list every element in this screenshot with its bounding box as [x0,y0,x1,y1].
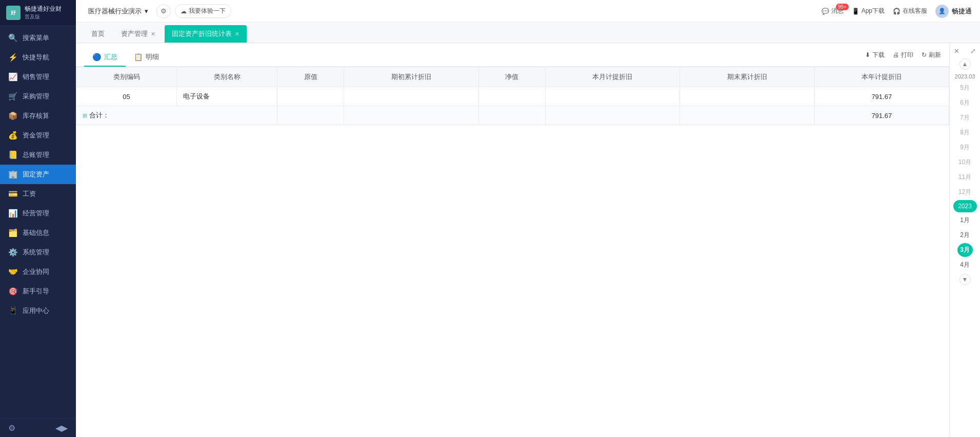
col-initial-dep: 期初累计折旧 [344,67,478,87]
cell-ending-dep [680,87,814,106]
sidebar-item-inventory[interactable]: 📦库存核算 [0,106,76,126]
date-month-6[interactable]: 6月 [953,96,977,110]
user-avatar: 👤 [935,5,949,18]
online-service-action[interactable]: 🎧 在线客服 [893,7,927,15]
date-month-7[interactable]: 7月 [953,111,977,125]
print-label: 打印 [901,50,913,59]
sidebar-item-finance[interactable]: 💰资金管理 [0,126,76,145]
sidebar-item-label: 新手引导 [23,287,49,296]
sidebar-item-label: 资金管理 [23,131,49,140]
table-header-row: 类别编码 类别名称 原值 期初累计折旧 净值 本月计提折旧 期末累计折旧 本年计… [76,67,949,87]
tab-fixed-asset-depreciation[interactable]: 固定资产折旧统计表✕ [165,25,247,43]
sidebar-item-sales[interactable]: 📈销售管理 [0,67,76,87]
topbar-right: 💬 消息 99+ 📱 App下载 🎧 在线客服 👤 畅捷通 [822,5,972,18]
sidebar-item-label: 经营管理 [23,209,49,218]
sidebar-item-label: 采购管理 [23,92,49,101]
col-ending-dep: 期末累计折旧 [680,67,814,87]
date-month-9[interactable]: 9月 [953,141,977,154]
cell-name: 电子设备 [177,87,277,106]
sidebar-item-label: 销售管理 [23,72,49,82]
tab-close-icon[interactable]: ✕ [235,31,239,37]
cell-monthly-dep [545,87,679,106]
total-net [478,106,545,125]
app-edition: 普及版 [25,13,62,21]
date-year-2023[interactable]: 2023 [953,200,977,212]
date-month-2[interactable]: 2月 [953,228,977,242]
tab-home[interactable]: 首页 [84,25,112,43]
tab-label: 固定资产折旧统计表 [172,29,232,38]
date-panel: ✕ ⤢ ▲ 2023.03 5月 6月 7月 8月 9月 10月 11月 12月… [949,43,980,437]
col-name: 类别名称 [177,67,277,87]
sidebar-bottom: ⚙ ◀▶ [0,419,76,437]
scroll-up-button[interactable]: ▲ [959,58,971,70]
panel-close-button[interactable]: ✕ [954,47,959,55]
operations-icon: 📊 [8,209,17,218]
sidebar-item-label: 应用中心 [23,306,49,315]
sidebar-item-basic-info[interactable]: 🗂️基础信息 [0,223,76,243]
print-icon: 🖨 [893,51,899,58]
experience-button[interactable]: ☁ 我要体验一下 [175,4,231,18]
scroll-down-button[interactable]: ▼ [959,274,971,285]
enterprise-icon: 🤝 [8,267,17,276]
sidebar-item-quick-nav[interactable]: ⚡快捷导航 [0,48,76,67]
sidebar-item-app-center[interactable]: 📱应用中心 [0,301,76,321]
message-action[interactable]: 💬 消息 99+ [822,7,844,15]
detail-icon: 📋 [134,53,143,61]
collapse-icon[interactable]: ◀▶ [55,423,68,433]
refresh-button[interactable]: ↻ 刷新 [922,50,941,59]
app-download-label: App下载 [862,7,885,15]
total-original [277,106,344,125]
date-month-12[interactable]: 12月 [953,185,977,199]
sidebar-item-purchase[interactable]: 🛒采购管理 [0,87,76,106]
tab-bar: 首页资产管理✕固定资产折旧统计表✕ [76,23,980,43]
date-month-8[interactable]: 8月 [953,126,977,140]
tab-detail[interactable]: 📋 明细 [126,48,167,67]
sidebar-item-label: 工资 [23,189,36,198]
total-label: ⊞合计： [76,106,277,125]
date-month-4[interactable]: 4月 [953,258,977,272]
app-name: 畅捷通好业财 [25,5,62,13]
sidebar-item-system[interactable]: ⚙️系统管理 [0,243,76,262]
date-month-10[interactable]: 10月 [953,155,977,169]
sidebar-item-ledger[interactable]: 📒总账管理 [0,145,76,165]
sidebar-item-search[interactable]: 🔍搜索菜单 [0,28,76,48]
panel-expand-button[interactable]: ⤢ [970,47,976,55]
settings-icon[interactable]: ⚙ [8,423,15,433]
download-icon: 📱 [852,8,859,15]
download-button[interactable]: ⬇ 下载 [865,50,885,59]
user-profile[interactable]: 👤 畅捷通 [935,5,972,18]
tab-asset-management[interactable]: 资产管理✕ [114,25,163,43]
total-initial-dep [344,106,478,125]
content-main: 🔵 汇总 📋 明细 ⬇ 下载 🖨 打印 [76,43,949,437]
tab-summary[interactable]: 🔵 汇总 [84,48,126,67]
ledger-icon: 📒 [8,150,17,160]
sidebar-item-guide[interactable]: 🎯新手引导 [0,282,76,301]
sidebar-item-salary[interactable]: 💳工资 [0,184,76,204]
search-icon: 🔍 [8,33,17,43]
cell-net [478,87,545,106]
date-month-1[interactable]: 1月 [953,213,977,227]
date-month-11[interactable]: 11月 [953,170,977,184]
tab-close-icon[interactable]: ✕ [151,31,155,37]
print-button[interactable]: 🖨 打印 [893,50,913,59]
message-icon: 💬 [822,8,829,15]
date-month-3-active[interactable]: 3月 [957,243,973,257]
purchase-icon: 🛒 [8,92,17,101]
app-download-action[interactable]: 📱 App下载 [852,7,885,15]
tab-label: 首页 [91,29,105,38]
col-net: 净值 [478,67,545,87]
finance-icon: 💰 [8,131,17,140]
settings-button[interactable]: ⚙ [156,4,171,18]
total-icon: ⊞ [83,112,87,118]
main-area: 医疗器械行业演示 ▾ ⚙ ☁ 我要体验一下 💬 消息 99+ 📱 App下载 🎧… [76,0,980,437]
col-yearly-dep: 本年计提折旧 [814,67,949,87]
sidebar-item-label: 库存核算 [23,111,49,121]
username: 畅捷通 [952,7,972,16]
date-month-5[interactable]: 5月 [953,81,977,95]
sidebar-item-label: 基础信息 [23,228,49,237]
sidebar-item-enterprise[interactable]: 🤝企业协同 [0,262,76,282]
sidebar-item-operations[interactable]: 📊经营管理 [0,204,76,223]
sidebar-item-fixed-assets[interactable]: 🏢固定资产 [0,165,76,184]
company-selector[interactable]: 医疗器械行业演示 ▾ [84,5,152,18]
logo-icon: 好 [6,6,21,20]
